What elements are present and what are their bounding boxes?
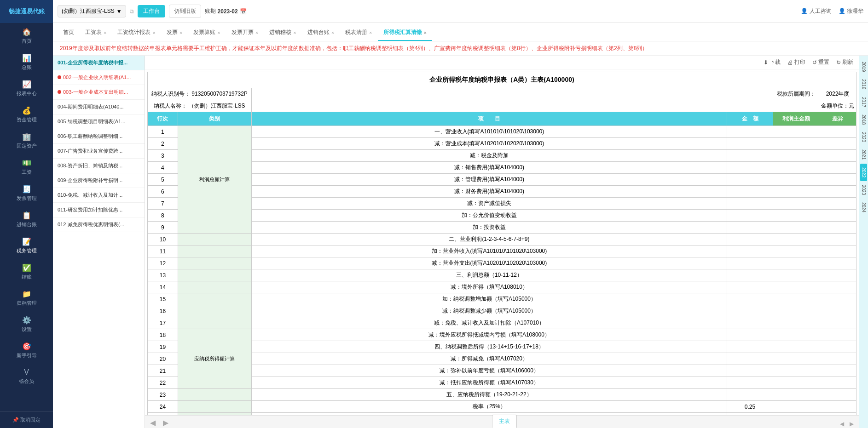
warning-text: 2019年度涉及取以前年度结转数据的申报表单元格需要手工维护正确，才能保证本年及… bbox=[60, 45, 648, 51]
sidebar-item-ledger[interactable]: 📊 总账 bbox=[0, 49, 53, 75]
tab-invoice-open[interactable]: 发票开票 × bbox=[226, 25, 264, 41]
row-1-lrje bbox=[773, 126, 819, 138]
sidebar-item-asset[interactable]: 🏢 固定资产 bbox=[0, 128, 53, 154]
left-item-002[interactable]: 002-一般企业收入明细表(A1... bbox=[53, 70, 145, 85]
download-button[interactable]: ⬇ 下载 bbox=[764, 58, 781, 66]
left-item-006[interactable]: 006-职工薪酬纳税调整明细... bbox=[53, 129, 145, 144]
tab-purchase-ledger[interactable]: 进销台账 × bbox=[302, 25, 340, 41]
refresh-button[interactable]: ↻ 刷新 bbox=[836, 58, 853, 66]
scroll-left-button[interactable]: ◀ bbox=[837, 420, 847, 428]
left-item-010[interactable]: 010-免税、减计收入及加计... bbox=[53, 188, 145, 203]
switch-version-button[interactable]: 切到旧版 bbox=[169, 5, 201, 18]
table-title: 企业所得税年度纳税申报表（A类）主表(A100000) bbox=[148, 72, 856, 88]
table-row: 21 减：弥补以前年度亏损（填写A106000） bbox=[148, 365, 856, 377]
close-tab-income-tax[interactable]: × bbox=[424, 30, 427, 35]
timeline-2020[interactable]: 2020 bbox=[860, 128, 867, 146]
print-button[interactable]: 🖨 打印 bbox=[787, 58, 805, 66]
left-item-011[interactable]: 011-研发费用加计扣除优惠... bbox=[53, 203, 145, 217]
table-row: 14 减：境外所得（填写A108010） bbox=[148, 281, 856, 293]
period-label: 账期 bbox=[205, 7, 216, 15]
timeline-2024[interactable]: 2024 bbox=[860, 199, 867, 216]
close-tab-tax-list[interactable]: × bbox=[369, 30, 372, 35]
table-row: 22 减：抵扣应纳税所得额（填写A107030） bbox=[148, 377, 856, 389]
close-tab-invoice-calc[interactable]: × bbox=[217, 30, 220, 35]
left-item-009[interactable]: 009-企业所得税附补亏损明... bbox=[53, 173, 145, 188]
timeline-2019[interactable]: 2019 bbox=[860, 58, 867, 75]
sidebar-item-fund[interactable]: 💰 资金管理 bbox=[0, 102, 53, 128]
period-value: 2023-02 bbox=[218, 8, 238, 15]
left-panel: 001-企业所得税年度纳税申报... 002-一般企业收入明细表(A1... 0… bbox=[53, 56, 145, 428]
company-selector[interactable]: (勿删）江西服宝-LSS ▼ bbox=[58, 5, 126, 17]
table-row: 3 减：税金及附加 bbox=[148, 150, 856, 162]
sidebar-item-invoice[interactable]: 🧾 发票管理 bbox=[0, 180, 53, 206]
close-tab-salary[interactable]: × bbox=[104, 30, 106, 35]
info-row-2: 纳税人名称： （勿删）江西服宝-LSS 金额单位：元 bbox=[148, 100, 856, 112]
workbench-button[interactable]: 工作台 bbox=[138, 5, 165, 17]
timeline-2023[interactable]: 2023 bbox=[860, 181, 867, 199]
sidebar-item-close[interactable]: ✅ 结账 bbox=[0, 259, 53, 285]
tab-salary[interactable]: 工资表 × bbox=[80, 25, 112, 41]
tab-home[interactable]: 首页 bbox=[58, 25, 80, 41]
table-row: 10 二、营业利润(1-2-3-4-5-6-7-8+9) bbox=[148, 234, 856, 245]
prev-sheet-button[interactable]: ◀ bbox=[147, 417, 158, 428]
sidebar-item-setting[interactable]: ⚙️ 设置 bbox=[0, 311, 53, 337]
left-item-001[interactable]: 001-企业所得税年度纳税申报... bbox=[53, 56, 145, 70]
reset-button[interactable]: ↺ 重置 bbox=[812, 58, 829, 66]
close-tab-purchase-ledger[interactable]: × bbox=[331, 30, 334, 35]
username[interactable]: 👤 徐湿华 bbox=[839, 7, 863, 15]
company-value: （勿删）江西服宝-LSS bbox=[189, 103, 245, 109]
tab-purchase-audit[interactable]: 进销稽核 × bbox=[264, 25, 301, 41]
left-item-005[interactable]: 005-纳税调整项目明细表(A1... bbox=[53, 114, 145, 129]
guide-icon: 🎯 bbox=[22, 342, 31, 351]
close-tab-purchase-audit[interactable]: × bbox=[293, 30, 296, 35]
table-container[interactable]: 企业所得税年度纳税申报表（A类）主表(A100000) 纳税人识别号： 9132… bbox=[145, 69, 859, 415]
sidebar-label-guide: 新手引导 bbox=[17, 352, 37, 359]
main-area: (勿删）江西服宝-LSS ▼ ⧉ 工作台 切到旧版 账期 2023-02 📅 👤… bbox=[53, 0, 868, 428]
sidebar-item-guide[interactable]: 🎯 新手引导 bbox=[0, 337, 53, 364]
table-row: 15 加：纳税调整增加额（填写A105000） bbox=[148, 293, 856, 305]
copy-icon[interactable]: ⧉ bbox=[130, 8, 134, 15]
app-logo: 畅捷通易代账 bbox=[0, 0, 53, 23]
sidebar-item-archive[interactable]: 📁 归档管理 bbox=[0, 285, 53, 311]
close-tab-invoice[interactable]: × bbox=[179, 30, 182, 35]
setting-icon: ⚙️ bbox=[22, 316, 31, 325]
tab-salary-report[interactable]: 工资统计报表 × bbox=[112, 25, 161, 41]
cat-ynssde: 应纳税所得额计算 bbox=[178, 329, 251, 389]
sheet-tab-main[interactable]: 主表 bbox=[492, 415, 517, 428]
close-tab-salary-report[interactable]: × bbox=[152, 30, 155, 35]
left-item-012[interactable]: 012-减免所得税优惠明细表(... bbox=[53, 217, 145, 232]
tab-invoice-calc[interactable]: 发票算账 × bbox=[188, 25, 226, 41]
timeline-2016[interactable]: 2016 bbox=[860, 75, 867, 93]
left-item-007[interactable]: 007-广告费和业务宣传费跨... bbox=[53, 144, 145, 159]
unfix-button[interactable]: 📌 取消固定 bbox=[0, 412, 53, 428]
user-service[interactable]: 👤 人工咨询 bbox=[801, 7, 831, 15]
sidebar-item-salary[interactable]: 💵 工资 bbox=[0, 154, 53, 180]
table-row: 18 应纳税所得额计算 减：境外应税所得抵减境内亏损（填写A108000） bbox=[148, 329, 856, 341]
left-item-008[interactable]: 008-资产折旧、摊销及纳税... bbox=[53, 159, 145, 173]
timeline-2017[interactable]: 2017 bbox=[860, 93, 867, 111]
sidebar-item-purchase[interactable]: 📋 进销台账 bbox=[0, 206, 53, 233]
left-item-004[interactable]: 004-期间费用明细表(A1040... bbox=[53, 100, 145, 114]
tab-invoice[interactable]: 发票 × bbox=[161, 25, 188, 41]
tab-tax-list[interactable]: 税表清册 × bbox=[340, 25, 377, 41]
row-1-num: 1 bbox=[148, 126, 178, 138]
sidebar-item-home[interactable]: 🏠 首页 bbox=[0, 23, 53, 49]
table-row: 9 加：投资收益 bbox=[148, 222, 856, 234]
left-item-003[interactable]: 003-一般企业成本支出明细... bbox=[53, 85, 145, 100]
close-tab-invoice-open[interactable]: × bbox=[255, 30, 258, 35]
sidebar-item-report[interactable]: 📈 报表中心 bbox=[0, 75, 53, 102]
unit-cell: 金额单位：元 bbox=[819, 100, 856, 112]
sidebar-label-report: 报表中心 bbox=[17, 90, 37, 97]
timeline-2021[interactable]: 2021 bbox=[860, 146, 867, 163]
col-header-lei: 类别 bbox=[178, 112, 251, 126]
calendar-icon[interactable]: 📅 bbox=[240, 8, 247, 15]
sidebar-item-tax[interactable]: 📝 税务管理 bbox=[0, 233, 53, 259]
next-sheet-button[interactable]: ▶ bbox=[160, 417, 171, 428]
table-row: 13 三、利润总额（10-11-12） bbox=[148, 269, 856, 281]
sidebar-item-vip[interactable]: V 畅会员 bbox=[0, 364, 53, 389]
tab-income-tax[interactable]: 所得税汇算清缴 × bbox=[378, 25, 432, 41]
scroll-right-button[interactable]: ▶ bbox=[847, 420, 856, 428]
home-icon: 🏠 bbox=[22, 28, 31, 36]
timeline-2018[interactable]: 2018 bbox=[860, 111, 867, 128]
timeline-2022[interactable]: 2022 bbox=[860, 164, 867, 181]
